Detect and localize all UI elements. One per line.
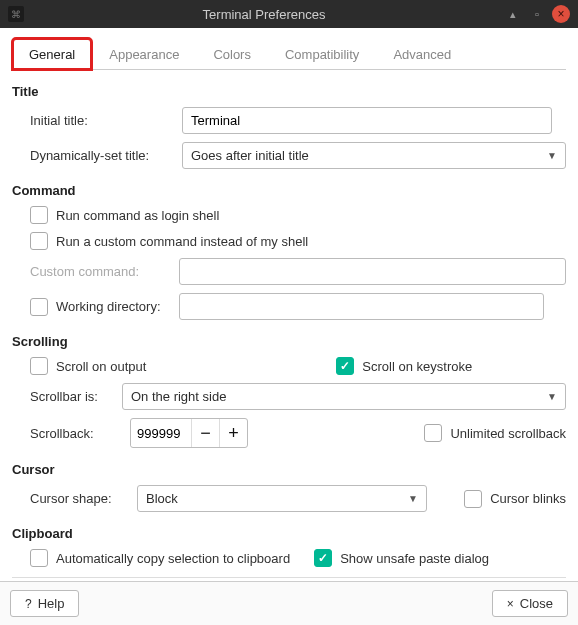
dialog-footer: ? Help × Close <box>0 581 578 625</box>
scroll-on-keystroke-checkbox[interactable]: ✓ <box>336 357 354 375</box>
initial-title-label: Initial title: <box>30 113 170 128</box>
custom-command-checkbox[interactable] <box>30 232 48 250</box>
cursor-shape-select[interactable]: Block ▼ <box>137 485 427 512</box>
working-directory-label: Working directory: <box>56 299 171 314</box>
tab-colors[interactable]: Colors <box>196 38 268 70</box>
login-shell-label: Run command as login shell <box>56 208 219 223</box>
login-shell-checkbox[interactable] <box>30 206 48 224</box>
scrollback-decrement[interactable]: − <box>191 419 219 447</box>
cursor-blinks-label: Cursor blinks <box>490 491 566 506</box>
scrollback-spinner: − + <box>130 418 248 448</box>
window-title: Terminal Preferences <box>24 7 504 22</box>
scroll-on-output-label: Scroll on output <box>56 359 146 374</box>
close-button-label: Close <box>520 596 553 611</box>
scroll-on-keystroke-label: Scroll on keystroke <box>362 359 472 374</box>
scrollback-increment[interactable]: + <box>219 419 247 447</box>
chevron-down-icon: ▼ <box>547 391 557 402</box>
chevron-down-icon: ▼ <box>547 150 557 161</box>
autocopy-checkbox[interactable] <box>30 549 48 567</box>
help-button-label: Help <box>38 596 65 611</box>
section-title-cursor: Cursor <box>12 462 566 477</box>
working-directory-input[interactable] <box>179 293 544 320</box>
dynamic-title-value: Goes after initial title <box>191 148 309 163</box>
cursor-blinks-checkbox[interactable] <box>464 490 482 508</box>
section-title-clipboard: Clipboard <box>12 526 566 541</box>
scrollbar-is-select[interactable]: On the right side ▼ <box>122 383 566 410</box>
divider <box>12 577 566 578</box>
close-icon: × <box>507 597 514 611</box>
custom-command-label: Run a custom command instead of my shell <box>56 234 308 249</box>
close-button[interactable]: × Close <box>492 590 568 617</box>
maximize-button[interactable]: ▫ <box>528 5 546 23</box>
tab-compatibility[interactable]: Compatibility <box>268 38 376 70</box>
app-icon: ⌘ <box>8 6 24 22</box>
scrollbar-is-value: On the right side <box>131 389 226 404</box>
tab-appearance[interactable]: Appearance <box>92 38 196 70</box>
section-title-scrolling: Scrolling <box>12 334 566 349</box>
minimize-button[interactable]: ▴ <box>504 5 522 23</box>
section-title-title: Title <box>12 84 566 99</box>
custom-command-field-label: Custom command: <box>30 264 167 279</box>
working-directory-checkbox[interactable] <box>30 298 48 316</box>
cursor-shape-label: Cursor shape: <box>30 491 125 506</box>
autocopy-label: Automatically copy selection to clipboar… <box>56 551 290 566</box>
unsafe-paste-checkbox[interactable]: ✓ <box>314 549 332 567</box>
chevron-down-icon: ▼ <box>408 493 418 504</box>
dynamic-title-label: Dynamically-set title: <box>30 148 170 163</box>
tab-general[interactable]: General <box>12 38 92 70</box>
help-icon: ? <box>25 597 32 611</box>
content-area: General Appearance Colors Compatibility … <box>0 28 578 578</box>
cursor-shape-value: Block <box>146 491 178 506</box>
unlimited-scrollback-label: Unlimited scrollback <box>450 426 566 441</box>
scrollback-label: Scrollback: <box>30 426 110 441</box>
scroll-on-output-checkbox[interactable] <box>30 357 48 375</box>
scrollbar-is-label: Scrollbar is: <box>30 389 110 404</box>
dynamic-title-select[interactable]: Goes after initial title ▼ <box>182 142 566 169</box>
initial-title-input[interactable] <box>182 107 552 134</box>
titlebar: ⌘ Terminal Preferences ▴ ▫ × <box>0 0 578 28</box>
help-button[interactable]: ? Help <box>10 590 79 617</box>
unsafe-paste-label: Show unsafe paste dialog <box>340 551 489 566</box>
close-window-button[interactable]: × <box>552 5 570 23</box>
custom-command-input[interactable] <box>179 258 566 285</box>
scrollback-input[interactable] <box>131 421 191 446</box>
tab-advanced[interactable]: Advanced <box>376 38 468 70</box>
unlimited-scrollback-checkbox[interactable] <box>424 424 442 442</box>
section-title-command: Command <box>12 183 566 198</box>
tab-bar: General Appearance Colors Compatibility … <box>12 36 566 70</box>
